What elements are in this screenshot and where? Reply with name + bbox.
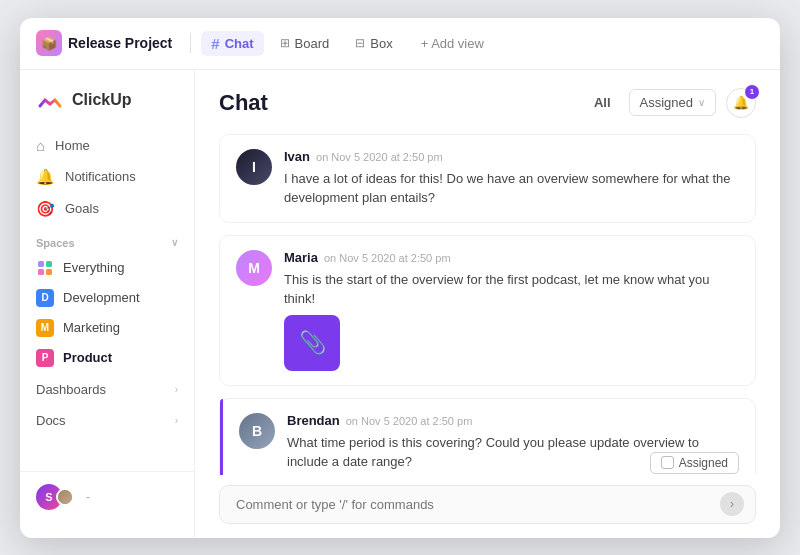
sidebar-item-everything[interactable]: Everything	[20, 253, 194, 283]
assigned-checkbox[interactable]	[661, 456, 674, 469]
brendan-avatar: B	[239, 413, 275, 449]
home-icon: ⌂	[36, 137, 45, 154]
sidebar-item-development[interactable]: D Development	[20, 283, 194, 313]
comment-input[interactable]	[219, 485, 756, 524]
header-right: All Assigned ∨ 🔔 1	[586, 88, 756, 118]
bell-icon: 🔔	[36, 168, 55, 186]
clickup-logo-icon	[36, 86, 64, 114]
svg-rect-0	[38, 261, 44, 267]
development-dot: D	[36, 289, 54, 307]
tab-board-label: Board	[295, 36, 330, 51]
tab-chat-label: Chat	[225, 36, 254, 51]
everything-icon	[36, 259, 54, 277]
filter-all-button[interactable]: All	[586, 90, 619, 115]
add-view-button[interactable]: + Add view	[411, 32, 494, 55]
sidebar-item-notifications[interactable]: 🔔 Notifications	[20, 161, 194, 193]
notification-badge: 1	[745, 85, 759, 99]
tab-box[interactable]: ⊟ Box	[345, 32, 402, 55]
goals-icon: 🎯	[36, 200, 55, 218]
assigned-label: Assigned	[679, 456, 728, 470]
tab-board[interactable]: ⊞ Board	[270, 32, 340, 55]
ivan-meta: Ivan on Nov 5 2020 at 2:50 pm	[284, 149, 739, 164]
chat-title: Chat	[219, 90, 268, 116]
chat-hash-icon: #	[211, 35, 219, 52]
brendan-meta: Brendan on Nov 5 2020 at 2:50 pm	[287, 413, 739, 428]
dashboards-label: Dashboards	[36, 382, 106, 397]
ivan-author: Ivan	[284, 149, 310, 164]
comment-bar: ›	[195, 475, 780, 538]
tab-chat[interactable]: # Chat	[201, 31, 263, 56]
marketing-label: Marketing	[63, 320, 120, 335]
spaces-chevron-icon[interactable]: ∨	[171, 237, 178, 248]
marketing-dot: M	[36, 319, 54, 337]
ivan-time: on Nov 5 2020 at 2:50 pm	[316, 151, 443, 163]
docs-chevron-icon: ›	[175, 415, 178, 426]
content-header: Chat All Assigned ∨ 🔔 1	[195, 70, 780, 130]
maria-attachment: 📎	[284, 315, 340, 371]
sidebar-user[interactable]: S -	[20, 471, 194, 522]
maria-meta: Maria on Nov 5 2020 at 2:50 pm	[284, 250, 739, 265]
svg-rect-1	[46, 261, 52, 267]
message-brendan: B Brendan on Nov 5 2020 at 2:50 pm What …	[219, 398, 756, 475]
sidebar-item-dashboards[interactable]: Dashboards ›	[20, 375, 194, 404]
maria-message-body: Maria on Nov 5 2020 at 2:50 pm This is t…	[284, 250, 739, 371]
sidebar-item-marketing[interactable]: M Marketing	[20, 313, 194, 343]
board-icon: ⊞	[280, 36, 290, 50]
attachment-icon: 📎	[299, 330, 326, 356]
add-view-label: + Add view	[421, 36, 484, 51]
ivan-avatar: I	[236, 149, 272, 185]
send-button[interactable]: ›	[720, 492, 744, 516]
user-avatar-secondary	[56, 488, 74, 506]
user-dash: -	[86, 490, 90, 504]
user-avatar-group: S	[36, 484, 74, 510]
tab-box-label: Box	[370, 36, 392, 51]
message-maria: M Maria on Nov 5 2020 at 2:50 pm This is…	[219, 235, 756, 386]
logo-text: ClickUp	[72, 91, 132, 109]
product-dot: P	[36, 349, 54, 367]
maria-avatar: M	[236, 250, 272, 286]
ivan-text: I have a lot of ideas for this! Do we ha…	[284, 169, 739, 208]
comment-input-wrapper: ›	[219, 485, 756, 524]
sidebar-home-label: Home	[55, 138, 90, 153]
top-bar: 📦 Release Project # Chat ⊞ Board ⊟ Box +…	[20, 18, 780, 70]
box-icon: ⊟	[355, 36, 365, 50]
message-ivan: I Ivan on Nov 5 2020 at 2:50 pm I have a…	[219, 134, 756, 223]
ivan-message-body: Ivan on Nov 5 2020 at 2:50 pm I have a l…	[284, 149, 739, 208]
sidebar-item-goals[interactable]: 🎯 Goals	[20, 193, 194, 225]
app-window: 📦 Release Project # Chat ⊞ Board ⊟ Box +…	[20, 18, 780, 538]
assigned-button[interactable]: Assigned	[650, 452, 739, 474]
sidebar-goals-label: Goals	[65, 201, 99, 216]
spaces-label: Spaces	[36, 237, 75, 249]
messages-area: I Ivan on Nov 5 2020 at 2:50 pm I have a…	[195, 130, 780, 475]
content-area: Chat All Assigned ∨ 🔔 1	[195, 70, 780, 538]
brendan-left-bar	[220, 399, 223, 475]
notification-bell-button[interactable]: 🔔 1	[726, 88, 756, 118]
maria-time: on Nov 5 2020 at 2:50 pm	[324, 252, 451, 264]
sidebar-item-docs[interactable]: Docs ›	[20, 406, 194, 435]
everything-label: Everything	[63, 260, 124, 275]
send-icon: ›	[730, 497, 734, 511]
filter-assigned-label: Assigned	[640, 95, 693, 110]
project-title: Release Project	[68, 35, 172, 51]
svg-rect-2	[38, 269, 44, 275]
dashboards-chevron-icon: ›	[175, 384, 178, 395]
main-layout: ClickUp ⌂ Home 🔔 Notifications 🎯 Goals S…	[20, 70, 780, 538]
development-label: Development	[63, 290, 140, 305]
filter-assigned-button[interactable]: Assigned ∨	[629, 89, 716, 116]
brendan-author: Brendan	[287, 413, 340, 428]
filter-assigned-chevron-icon: ∨	[698, 97, 705, 108]
spaces-section: Spaces ∨	[20, 225, 194, 253]
svg-rect-3	[46, 269, 52, 275]
maria-author: Maria	[284, 250, 318, 265]
sidebar-logo: ClickUp	[20, 86, 194, 130]
sidebar: ClickUp ⌂ Home 🔔 Notifications 🎯 Goals S…	[20, 70, 195, 538]
project-icon: 📦	[36, 30, 62, 56]
product-label: Product	[63, 350, 112, 365]
divider	[190, 33, 191, 53]
sidebar-item-product[interactable]: P Product	[20, 343, 194, 373]
docs-label: Docs	[36, 413, 66, 428]
sidebar-notifications-label: Notifications	[65, 169, 136, 184]
brendan-time: on Nov 5 2020 at 2:50 pm	[346, 415, 473, 427]
maria-text: This is the start of the overview for th…	[284, 270, 739, 309]
sidebar-item-home[interactable]: ⌂ Home	[20, 130, 194, 161]
